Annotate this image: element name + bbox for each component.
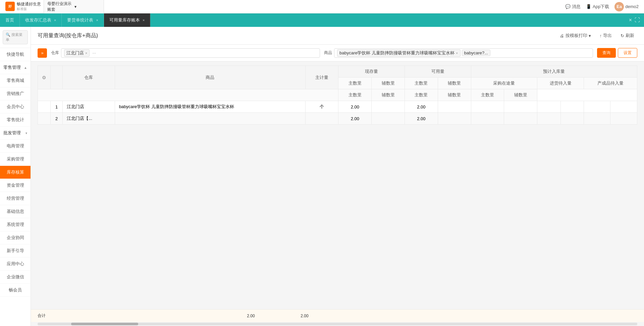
col-no-header (51, 66, 63, 89)
footer-avail-main: 2.00 (291, 314, 318, 318)
retail-arrow-icon: ▲ (24, 66, 27, 69)
wholesale-arrow-icon: ▾ (25, 131, 27, 135)
sidebar-item-guide[interactable]: 新手引导 (0, 244, 31, 258)
app-download-btn[interactable]: 📱 App下载 (586, 4, 609, 10)
horizontal-scrollbar[interactable] (38, 323, 637, 325)
col-purchase-subheader: 采购在途量 (471, 78, 537, 89)
col-production-subheader: 产成品待入量 (584, 78, 637, 89)
sidebar-item-enterprise[interactable]: 企业协同 (0, 231, 31, 244)
sidebar-item-wechat[interactable]: 企业微信 (0, 271, 31, 284)
tab-receive[interactable]: 收发存汇总表 × (20, 13, 62, 27)
sidebar-item-finance[interactable]: 资金管理 (0, 179, 31, 192)
product-tag-2[interactable]: babycare?... (462, 50, 491, 56)
product-input[interactable]: babycare学饮杯 儿童防摔防撞吸管杯重力球吸嘴杯宝宝水杯 × babyca… (334, 48, 593, 58)
col-stock-group-header: 现存量 (338, 66, 405, 78)
sidebar-item-operations[interactable]: 经营管理 (0, 192, 31, 205)
table-footer: 合计 2.00 2.00 (31, 309, 644, 322)
col-avail-aux-header: 辅数里 (438, 78, 471, 89)
scroll-thumb[interactable] (71, 323, 138, 325)
tab-home[interactable]: 首页 (0, 13, 20, 27)
col-arrival-subheader: 进货待入量 (537, 78, 584, 89)
tab-close-all-icon[interactable]: × (629, 17, 632, 23)
col-incoming-group-header: 预计入库量 (471, 66, 637, 78)
industry-selector[interactable]: 母婴行业演示账套 ▾ (44, 0, 104, 14)
col-avail-main-header: 主数里 (405, 78, 438, 89)
footer-cells: 合计 2.00 2.00 (38, 313, 637, 319)
tab-inventory-close[interactable]: × (143, 18, 145, 22)
logo-area: 好 畅捷通好生意 标准版 (5, 2, 41, 11)
top-bar: 好 畅捷通好生意 标准版 母婴行业演示账套 ▾ 💬 消息 📱 App下载 Ea … (0, 0, 644, 13)
tab-bar-right: × ⛶ (629, 13, 644, 27)
col-available-group-header: 可用量 (405, 66, 471, 78)
sidebar-item-app-center[interactable]: 应用中心 (0, 258, 31, 271)
settings-button[interactable]: 设置 (618, 48, 637, 58)
sidebar-item-member[interactable]: 会员中心 (0, 100, 31, 113)
sidebar-item-basic-info[interactable]: 基础信息 (0, 205, 31, 218)
product-tag-1[interactable]: babycare学饮杯 儿童防摔防撞吸管杯重力球吸嘴杯宝宝水杯 × (337, 49, 461, 57)
app-title: 畅捷通好生意 (17, 2, 41, 6)
sidebar-item-member2[interactable]: 畅会员 (0, 284, 31, 297)
page-header-actions: 🖨 按模板打印 ▾ ↑ 导出 ↻ 刷新 (557, 31, 638, 40)
sidebar-item-marketing[interactable]: 营销推广 (0, 87, 31, 100)
sidebar-search-area: 🔍 搜索菜单 (0, 27, 31, 48)
col-product-header: 商品 (115, 66, 305, 89)
footer-label: 合计 (38, 313, 78, 319)
content-area: 可用量查询(按仓库+商品) 🖨 按模板打印 ▾ ↑ 导出 ↻ 刷新 (31, 27, 644, 326)
sidebar-item-purchase[interactable]: 采购管理 (0, 153, 31, 166)
table-row: 2 江北门店【... 2.00 2.00 (38, 113, 637, 125)
filter-actions: 查询 设置 (597, 48, 637, 58)
warehouse-more[interactable]: ··· (92, 50, 96, 55)
sidebar-item-inventory[interactable]: 库存核算 (0, 166, 31, 179)
export-btn[interactable]: ↑ 导出 (597, 31, 615, 40)
table-area: ⚙ 仓库 商品 主计量 现存量 (31, 61, 644, 309)
filter-expand-btn[interactable]: » (38, 48, 47, 58)
tab-order-close[interactable]: × (96, 18, 98, 22)
page-title: 可用量查询(按仓库+商品) (38, 32, 98, 39)
refresh-btn[interactable]: ↻ 刷新 (618, 31, 637, 40)
tab-inventory[interactable]: 可用量库存账本 × (104, 13, 150, 27)
avatar: Ea (614, 2, 624, 11)
main-layout: 🔍 搜索菜单 快捷导航 零售管理 ▲ 零售商城 营销推广 会员中心 零售统计 批… (0, 27, 644, 326)
sidebar-item-quick-nav[interactable]: 快捷导航 (0, 48, 31, 61)
top-bar-right: 💬 消息 📱 App下载 Ea demo2 (565, 2, 639, 11)
top-bar-left: 好 畅捷通好生意 标准版 母婴行业演示账套 ▾ (5, 0, 104, 14)
sidebar-item-retail-mgmt[interactable]: 零售管理 ▲ (0, 61, 31, 74)
data-table: ⚙ 仓库 商品 主计量 现存量 (38, 65, 637, 125)
product-label: 商品 (324, 50, 332, 56)
tab-receive-close[interactable]: × (54, 18, 56, 22)
col-gear-header: ⚙ (38, 66, 51, 89)
warehouse-label: 仓库 (51, 50, 59, 56)
search-menu-btn[interactable]: 🔍 搜索菜单 (3, 30, 28, 44)
sidebar-item-system[interactable]: 系统管理 (0, 218, 31, 231)
col-stock-aux-header: 辅数里 (372, 78, 405, 89)
user-menu[interactable]: Ea demo2 (614, 2, 639, 11)
sidebar-item-retail-mall[interactable]: 零售商城 (0, 74, 31, 87)
filter-product-group: 商品 babycare学饮杯 儿童防摔防撞吸管杯重力球吸嘴杯宝宝水杯 × bab… (324, 48, 593, 58)
col-stock-main-header: 主数里 (338, 78, 372, 89)
col-unit-header: 主计量 (305, 66, 338, 89)
filter-warehouse-group: 仓库 江北门店 × ··· (51, 48, 320, 58)
print-btn[interactable]: 🖨 按模板打印 ▾ (557, 31, 594, 40)
sidebar-item-ecommerce[interactable]: 电商管理 (0, 140, 31, 153)
sidebar: 🔍 搜索菜单 快捷导航 零售管理 ▲ 零售商城 营销推广 会员中心 零售统计 批… (0, 27, 31, 326)
col-warehouse-header: 仓库 (63, 66, 115, 89)
app-subtitle: 标准版 (17, 7, 41, 11)
page-header: 可用量查询(按仓库+商品) 🖨 按模板打印 ▾ ↑ 导出 ↻ 刷新 (31, 27, 644, 45)
warehouse-tag-1[interactable]: 江北门店 × (64, 49, 90, 57)
product-tag-1-close[interactable]: × (456, 51, 458, 55)
table-row: 1 江北门店 babycare学饮杯 儿童防摔防撞吸管杯重力球吸嘴杯宝宝水杯 个… (38, 101, 637, 113)
tab-order[interactable]: 要货单统计表 × (62, 13, 104, 27)
filter-bar: » 仓库 江北门店 × ··· 商品 babycare学饮杯 儿童防摔防撞吸管杯… (31, 45, 644, 61)
warehouse-tag-1-close[interactable]: × (85, 51, 87, 55)
scroll-bar-container (31, 322, 644, 326)
query-button[interactable]: 查询 (597, 48, 616, 58)
message-btn[interactable]: 💬 消息 (565, 4, 581, 10)
logo-icon: 好 (5, 2, 15, 11)
sidebar-item-retail-stats[interactable]: 零售统计 (0, 113, 31, 127)
sidebar-item-wholesale[interactable]: 批发管理 ▾ (0, 127, 31, 140)
tab-fullscreen-icon[interactable]: ⛶ (635, 17, 640, 23)
tab-bar: 首页 收发存汇总表 × 要货单统计表 × 可用量库存账本 × × ⛶ (0, 13, 644, 27)
warehouse-input[interactable]: 江北门店 × ··· (61, 48, 320, 58)
footer-stock-main: 2.00 (237, 314, 264, 318)
